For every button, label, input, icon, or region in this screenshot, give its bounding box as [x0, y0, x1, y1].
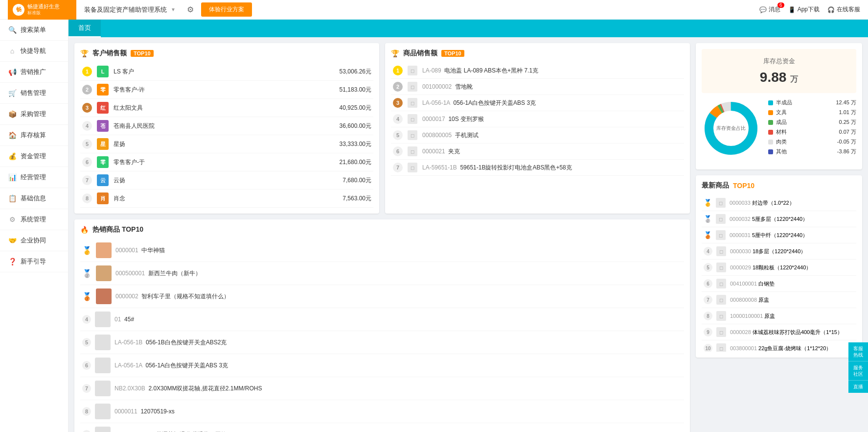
hot-products-list: 🥇 0000001 中华神猫 🥈 000500001 新西兰牛肉（新牛） 🥉 0… [80, 239, 684, 432]
product-icon: ◻ [716, 343, 726, 352]
list-item: 3 红 红太阳文具 40,925.00元 [80, 99, 373, 117]
new-products-panel: 最新商品 TOP10 🥇 ◻ 0000033 封边带（1.0*22） 🥈 ◻ 0… [696, 175, 862, 358]
rank-number: 8 [82, 193, 92, 203]
online-service-button[interactable]: 🎧 在线客服 [827, 5, 860, 14]
rank-number: 7 [393, 163, 403, 172]
customer-avatar: 红 [97, 102, 109, 114]
message-button[interactable]: 💬 消息 6 [759, 5, 780, 14]
brand-sub: 标准版 [27, 10, 60, 16]
chart-area: 库存资金占比 半成品 12.45 万 文具 1.01 万 [702, 93, 856, 164]
rank-number: 4 [704, 247, 712, 256]
sidebar-item-search[interactable]: 🔍 搜索菜单 [0, 20, 68, 41]
list-item: 🥉 0000002 智利车子里（规格不知道填什么） [80, 285, 684, 308]
app-download-button[interactable]: 📱 App下载 [788, 5, 820, 14]
rank-number: 6 [82, 157, 92, 167]
rank-number: 7 [82, 384, 91, 393]
sidebar-label-quick-nav: 快捷导航 [21, 47, 46, 55]
sidebar-item-operations[interactable]: 📊 经营管理 [0, 167, 68, 188]
rank-number: 1 [393, 66, 403, 75]
inventory-amount: 9.88 万 [709, 70, 848, 85]
sidebar-label-marketing: 营销推广 [21, 68, 46, 76]
list-item: 8 肖 肖念 7,563.00元 [80, 190, 373, 208]
fire-icon: 🔥 [80, 226, 89, 234]
finance-icon: 💰 [8, 152, 17, 161]
list-item: 2 零 零售客户-许 51,183.00元 [80, 81, 373, 99]
list-item: 4 苍 苍南县人民医院 36,600.00元 [80, 117, 373, 135]
left-panels: 🏆 客户销售额 TOP10 1 L LS 客户 53,006.26元 2 [74, 43, 690, 432]
operations-icon: 📊 [8, 173, 17, 182]
sidebar-item-guide[interactable]: ❓ 新手引导 [0, 251, 68, 272]
sidebar-item-finance[interactable]: 💰 资金管理 [0, 146, 68, 167]
inventory-icon: 🏠 [8, 131, 17, 140]
sidebar-item-quick-nav[interactable]: ⌂ 快捷导航 [0, 41, 68, 62]
product-icon: ◻ [408, 146, 417, 156]
sidebar-label-purchase: 采购管理 [21, 110, 46, 119]
system-icon: ⚙ [8, 215, 17, 224]
sidebar-item-sales[interactable]: 🛒 销售管理 [0, 83, 68, 104]
product-image [95, 335, 111, 350]
hot-products-panel: 🔥 热销商品 TOP10 🥇 0000001 中华神猫 🥈 000500001 … [74, 219, 690, 432]
sidebar-item-system[interactable]: ⚙ 系统管理 [0, 209, 68, 230]
sidebar-label-basic-info: 基础信息 [21, 194, 46, 203]
tab-home-label: 首页 [78, 24, 91, 32]
content-area: 🏆 客户销售额 TOP10 1 L LS 客户 53,006.26元 2 [69, 37, 868, 432]
product-image [95, 312, 111, 327]
product-icon: ◻ [408, 114, 417, 124]
legend-item: 其他 -3.86 万 [768, 148, 856, 155]
customer-rank-list: 1 L LS 客户 53,006.26元 2 零 零售客户-许 51,183.0… [80, 63, 373, 208]
legend-dot [768, 140, 773, 144]
nav-tabs: 首页 [69, 20, 868, 37]
product-image [95, 427, 111, 432]
trial-btn[interactable]: 体验行业方案 [201, 2, 252, 17]
settings-button[interactable]: ⚙ [183, 3, 197, 17]
product-image [96, 265, 112, 281]
sidebar-item-cooperation[interactable]: 🤝 企业协同 [0, 230, 68, 251]
customer-rank-panel: 🏆 客户销售额 TOP10 1 L LS 客户 53,006.26元 2 [74, 43, 379, 214]
rank-number: 5 [82, 338, 91, 347]
product-icon: ◻ [716, 198, 726, 208]
medal-gold-icon: 🥇 [82, 246, 92, 255]
tab-home[interactable]: 首页 [69, 20, 101, 37]
list-item: 7 ◻ LA-59651-1B 59651-1B旋转投影灯电池盒ABS黑色+58… [391, 160, 684, 176]
product-icon: ◻ [408, 130, 417, 140]
list-item: 5 LA-056-1B 056-1B白色按键开关盒ABS2克 [80, 331, 684, 354]
basic-info-icon: 📋 [8, 194, 17, 203]
brand-area: 畅 畅捷通好生意 标准版 [8, 0, 76, 20]
product-icon: ◻ [408, 163, 417, 172]
product-icon: ◻ [408, 82, 417, 92]
list-item: 4 ◻ 0000017 10S 变刑罗猴 [391, 111, 684, 127]
list-item: 10 ◻ 003800001 22g鱼豆腐-烧烤味（1*12*20） [702, 340, 856, 352]
product-rank-panel: 🏆 商品销售额 TOP10 1 ◻ LA-089 电池盖 LA-089 ABS本… [385, 43, 690, 214]
sidebar-label-search: 搜索菜单 [21, 25, 46, 34]
rank-number: 5 [82, 139, 92, 149]
purchase-icon: 📦 [8, 110, 17, 119]
top-header: 畅 畅捷通好生意 标准版 装备及固定资产辅助管理系统 ▼ ⚙ 体验行业方案 💬 … [0, 0, 868, 20]
service-community-btn[interactable]: 服务社区 [848, 361, 868, 381]
product-icon: ◻ [716, 327, 726, 337]
rank-number: 8 [82, 407, 91, 416]
product-icon: ◻ [408, 66, 417, 75]
live-stream-btn[interactable]: 直播 [848, 381, 868, 393]
product-icon: ◻ [408, 98, 417, 108]
system-selector[interactable]: 装备及固定资产辅助管理系统 ▼ [76, 5, 183, 14]
legend-item: 材料 0.07 万 [768, 128, 856, 136]
sidebar-label-cooperation: 企业协同 [21, 236, 46, 245]
list-item: 5 星 星扬 33,333.00元 [80, 135, 373, 153]
list-item: 1 L LS 客户 53,006.26元 [80, 63, 373, 81]
customer-service-btn[interactable]: 客服热线 [848, 342, 868, 361]
new-products-title: 最新商品 TOP10 [702, 181, 856, 190]
list-item: 4 01 45# [80, 308, 684, 331]
donut-chart: 库存资金占比 [702, 99, 760, 158]
sidebar-item-inventory[interactable]: 🏠 库存核算 [0, 125, 68, 146]
sidebar-item-basic-info[interactable]: 📋 基础信息 [0, 188, 68, 209]
product-image [96, 288, 112, 304]
list-item: 7 NB2.0X30B 2.0X30MM双搓花轴,搓花直径2.1MM/ROHS [80, 377, 684, 400]
list-item: 1 ◻ LA-089 电池盖 LA-089 ABS本色+黑种 7.1克 [391, 63, 684, 79]
sidebar-item-purchase[interactable]: 📦 采购管理 [0, 104, 68, 125]
rank-number: 4 [82, 315, 91, 324]
sidebar: 🔍 搜索菜单 ⌂ 快捷导航 📢 营销推广 🛒 销售管理 📦 采购管理 🏠 库存核… [0, 20, 69, 432]
legend-item: 成品 0.25 万 [768, 119, 856, 126]
sidebar-item-marketing[interactable]: 📢 营销推广 [0, 62, 68, 83]
customer-avatar: 零 [97, 156, 109, 168]
list-item: 6 ◻ 004100001 白钢垫 [702, 276, 856, 292]
